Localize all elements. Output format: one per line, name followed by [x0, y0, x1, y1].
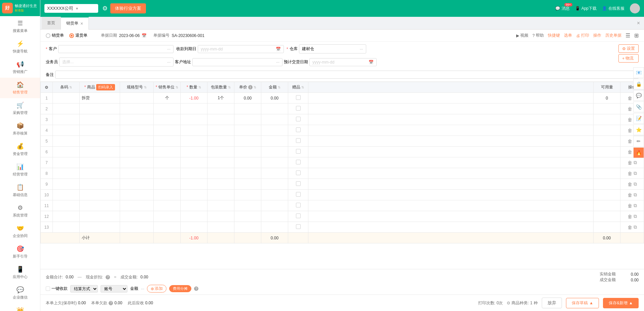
sidebar-item-member[interactable]: 👑 畅会员 [0, 303, 40, 311]
action-help[interactable]: ? 帮助 [532, 33, 544, 38]
sidebar-item-app-center[interactable]: 📱 应用中心 [0, 262, 40, 283]
action-video[interactable]: ▶ 视频 [516, 33, 528, 38]
customer-input[interactable]: ··· [58, 45, 174, 53]
sidebar-item-guide[interactable]: 🎯 新手引导 [0, 242, 40, 262]
view-toggle-grid[interactable]: ⊞ [634, 32, 639, 39]
setting-button[interactable]: ⚙ 设置 [618, 44, 639, 53]
float-lock-btn[interactable]: 🔒 [633, 79, 644, 89]
radio-sales-order[interactable]: 销货单 [46, 33, 64, 38]
float-attachment-btn[interactable]: 📎 [633, 102, 644, 112]
expense-allocation-button[interactable]: 费用分摊 [169, 285, 191, 292]
online-service-btn[interactable]: 👤 在线客服 [602, 6, 624, 11]
sidebar-item-system[interactable]: ⚙ 系统管理 [0, 201, 40, 221]
sidebar-item-finance[interactable]: 💰 资金管理 [0, 139, 40, 160]
action-print[interactable]: 🖨 打印 [576, 33, 589, 38]
header-settings-icon[interactable]: ⚙ [102, 5, 108, 12]
payment-account-select[interactable]: 账号 [101, 285, 127, 293]
radio-return-order[interactable]: 退货单 [69, 33, 87, 38]
delete-icon-10[interactable]: 🗑 [628, 192, 632, 198]
sidebar-item-purchase[interactable]: 🛒 采购管理 [0, 98, 40, 119]
delete-icon-12[interactable]: 🗑 [628, 214, 632, 219]
float-comment-btn[interactable]: 💬 [633, 90, 644, 101]
experience-button[interactable]: 体验行业方案 [110, 3, 146, 13]
copy-icon-11[interactable]: ⧉ [634, 203, 637, 208]
th-qty[interactable]: * 数量 ⇅ [181, 82, 207, 93]
company-selector[interactable]: XXXXXX公司 ▼ [44, 4, 98, 13]
copy-icon-12[interactable]: ⧉ [634, 213, 637, 219]
copy-icon-7[interactable]: ⧉ [634, 160, 637, 165]
save-draft-button[interactable]: 保存草稿 ▲ [566, 298, 599, 308]
customer-address-input[interactable]: ··· [192, 58, 282, 66]
sidebar-item-basic-info[interactable]: 📋 基础信息 [0, 180, 40, 201]
delete-icon-3[interactable]: 🗑 [628, 117, 632, 122]
copy-icon-13[interactable]: ⧉ [634, 224, 637, 230]
receivable-date-input[interactable]: yyyy-mm-dd 📅 [198, 45, 284, 53]
cell-spec-1[interactable] [120, 93, 154, 104]
delete-icon-6[interactable]: 🗑 [628, 149, 632, 155]
cell-amount-1[interactable]: 0.00 [261, 93, 288, 104]
delete-icon-8[interactable]: 🗑 [628, 171, 632, 176]
add-payment-button[interactable]: ⊕ 添加 [147, 285, 166, 293]
th-spec[interactable]: 规格型号 ⇅ [120, 82, 154, 93]
app-download-btn[interactable]: 📱 App下载 [575, 6, 597, 11]
th-available[interactable]: 可用量 [594, 82, 620, 93]
payment-method-select[interactable]: 结算方式 [70, 285, 98, 293]
delete-icon-7[interactable]: 🗑 [628, 160, 632, 165]
copy-icon-9[interactable]: ⧉ [634, 181, 637, 187]
sidebar-item-enterprise[interactable]: 🤝 企业协同 [0, 221, 40, 242]
cell-price-1[interactable]: 0.00 [234, 93, 261, 104]
action-shortcut[interactable]: 快捷键 [548, 33, 560, 38]
receivable-calendar-icon[interactable]: 📅 [276, 47, 281, 51]
action-history[interactable]: 历史单据 [605, 33, 621, 38]
view-toggle-list[interactable]: ☰ [626, 32, 630, 39]
float-note-btn[interactable]: 📝 [633, 113, 644, 124]
cell-unit-1[interactable]: 个 [154, 93, 181, 104]
warehouse-dots-icon[interactable]: ··· [360, 47, 363, 51]
remark-input[interactable] [55, 71, 639, 79]
delete-icon-13[interactable]: 🗑 [628, 225, 632, 230]
th-product[interactable]: * 商品 扫码录入 [80, 82, 120, 93]
scan-btn[interactable]: 扫码录入 [96, 84, 115, 90]
salesperson-input[interactable]: 选择... ··· [59, 57, 174, 67]
logistics-button[interactable]: + 物流 [618, 54, 639, 63]
delete-icon-5[interactable]: 🗑 [628, 139, 632, 144]
copy-icon-10[interactable]: ⧉ [634, 192, 637, 198]
customer-dots-icon[interactable]: ··· [167, 47, 171, 51]
delete-icon-11[interactable]: 🗑 [628, 203, 632, 208]
float-star-btn[interactable]: ⭐ [633, 124, 644, 135]
sidebar-item-marketing[interactable]: 📢 营销推广 [0, 57, 40, 78]
th-barcode[interactable]: 条码 ⇅ [53, 82, 80, 93]
action-operation[interactable]: 操作 [593, 33, 601, 38]
user-avatar[interactable] [630, 3, 640, 13]
cell-barcode-1[interactable] [53, 93, 80, 104]
save-new-button[interactable]: 保存&新增 ▲ [603, 298, 639, 308]
sidebar-item-inventory[interactable]: 📦 库存核算 [0, 119, 40, 139]
delete-icon-9[interactable]: 🗑 [628, 182, 632, 187]
th-unit[interactable]: * 销售单位 ⇅ [154, 82, 181, 93]
payment-dots[interactable]: ··· [141, 286, 144, 291]
address-dots-icon[interactable]: ··· [276, 60, 279, 65]
copy-icon-8[interactable]: ⧉ [634, 170, 637, 176]
delivery-calendar-icon[interactable]: 📅 [369, 60, 374, 65]
cell-gift-1[interactable] [288, 93, 308, 104]
cell-product-1[interactable]: 拆货 [80, 93, 120, 104]
expected-delivery-input[interactable]: yyyy-mm-dd 📅 [309, 58, 377, 66]
warehouse-input[interactable]: 建材仓 ··· [299, 44, 366, 53]
th-price[interactable]: 单价 i ⇅ [234, 82, 261, 93]
th-gift[interactable]: 赠品 ⇅ [288, 82, 308, 93]
sidebar-item-quick-nav[interactable]: ⚡ 快捷导航 [0, 37, 40, 57]
tab-sales-order[interactable]: 销货单 × [61, 17, 89, 30]
sidebar-item-business[interactable]: 📊 经营管理 [0, 160, 40, 180]
salesperson-dots-icon[interactable]: ··· [167, 60, 171, 65]
sidebar-item-sales[interactable]: 🏠 销售管理 [0, 78, 40, 98]
float-messages-btn[interactable]: 📧 [633, 67, 644, 78]
delete-icon-2[interactable]: 🗑 [628, 106, 632, 112]
delete-icon-1[interactable]: 🗑 [628, 95, 632, 101]
cell-pkgqty-1[interactable]: 1个 [207, 93, 234, 104]
sidebar-item-search-order[interactable]: ☰ 搜索菜单 [0, 16, 40, 37]
grid-table-wrap[interactable]: ⚙ 条码 ⇅ * 商品 扫码录入 规格型号 [40, 82, 644, 269]
delete-icon-4[interactable]: 🗑 [628, 128, 632, 133]
messages-btn[interactable]: 💬 消息 99+ [555, 6, 570, 11]
action-select[interactable]: 选单 [564, 33, 572, 38]
cell-qty-1[interactable]: -1.00 [181, 93, 207, 104]
